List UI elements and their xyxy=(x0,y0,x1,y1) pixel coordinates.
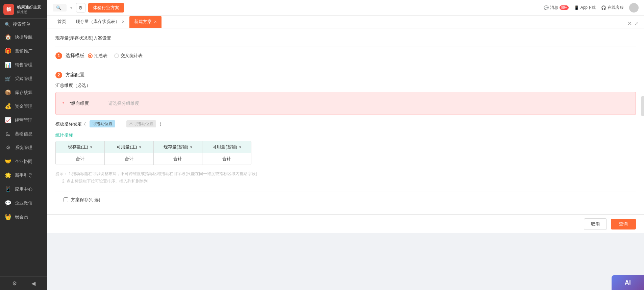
scrollbar-thumb[interactable] xyxy=(641,96,644,116)
step1-section: 1 选择模板 汇总表 交叉统计表 xyxy=(55,52,636,59)
sidebar: 畅 畅康通好生意 标准版 🔍 搜索菜单 🏠 快捷导航 🎁 营销推广 📊 销售管理… xyxy=(0,0,47,290)
sidebar-item-marketing[interactable]: 🎁 营销推广 xyxy=(0,44,47,58)
indicator-settings: 模板指标设定（ 可拖动位置 不可拖动位置 ） xyxy=(55,120,636,127)
query-button[interactable]: 查询 xyxy=(611,219,636,229)
app-center-icon: 📱 xyxy=(5,186,11,192)
tab-new-plan[interactable]: 新建方案 ✕ xyxy=(129,16,162,28)
gear-button[interactable]: ⚙ xyxy=(76,3,85,13)
logo-icon: 畅 xyxy=(3,4,14,15)
sidebar-item-purchase[interactable]: 🛒 采购管理 xyxy=(0,72,47,86)
step2-number: 2 xyxy=(55,72,62,78)
app-download-item[interactable]: 📱 App下载 xyxy=(574,5,596,10)
topbar-dropdown[interactable]: ▼ xyxy=(69,5,73,10)
app-download-icon: 📱 xyxy=(574,5,579,10)
panel-title: 现存量(库存状况表)方案设置 xyxy=(55,35,636,41)
finance-icon: 💰 xyxy=(5,103,11,110)
stats-col-2[interactable]: 可用量(主) ▾ xyxy=(105,141,154,153)
step2-title: 方案配置 xyxy=(66,72,84,78)
save-section: 方案保存(可选) xyxy=(55,192,636,208)
tab-inventory-status[interactable]: 现存量（库存状况表） ✕ xyxy=(71,16,129,28)
tabs-bar: 首页 现存量（库存状况表） ✕ 新建方案 ✕ ✕ ⤢ xyxy=(47,16,644,28)
sidebar-item-inventory[interactable]: 📦 库存核算 xyxy=(0,86,47,99)
cell-1-4: 合计 xyxy=(202,153,251,165)
tab-home[interactable]: 首页 xyxy=(53,16,71,28)
close-tab-new-plan[interactable]: ✕ xyxy=(154,20,157,24)
cooperation-icon: 🤝 xyxy=(5,158,11,165)
table-row: 合计 合计 合计 合计 xyxy=(56,153,251,165)
experience-button[interactable]: 体验行业方案 xyxy=(88,3,124,13)
messages-item[interactable]: 💬 消息 99+ xyxy=(544,5,569,10)
step2-header: 2 方案配置 xyxy=(55,72,636,78)
tip-title: 提示： 1.拖动标题栏可以调整布局，不可跨维度或指标区域拖动栏目字段(只能在同一… xyxy=(55,170,636,178)
stats-col-3[interactable]: 现存量(基辅) ▾ xyxy=(154,141,203,153)
chevron-down-icon-col3: ▾ xyxy=(190,145,192,149)
step2-section: 2 方案配置 汇总维度（必选） * *纵向维度 —— 请选择分组维度 模板指标设… xyxy=(55,72,636,185)
radio-cross-dot xyxy=(114,53,119,58)
main-area: 🔍 ▼ ⚙ 体验行业方案 💬 消息 99+ 📱 App下载 🎧 在线客服 xyxy=(47,0,644,290)
non-draggable-tag: 不可拖动位置 xyxy=(126,120,156,127)
sidebar-item-operations[interactable]: 📈 经营管理 xyxy=(0,113,47,127)
radio-summary-dot xyxy=(88,53,93,58)
settings-icon[interactable]: ⚙ xyxy=(12,280,17,287)
operations-icon: 📈 xyxy=(5,117,11,123)
ai-badge[interactable]: Ai xyxy=(612,275,644,290)
bottom-bar: 取消 查询 xyxy=(47,214,644,233)
dimension-box[interactable]: * *纵向维度 —— 请选择分组维度 xyxy=(55,92,636,115)
system-icon: ⚙ xyxy=(5,144,11,151)
sidebar-item-sales[interactable]: 📊 销售管理 xyxy=(0,58,47,72)
template-radio-group: 汇总表 交叉统计表 xyxy=(88,53,143,59)
member-icon: 👑 xyxy=(5,214,11,220)
stats-table-header: 现存量(主) ▾ 可用量(主) ▾ 现存量(基辅) ▾ xyxy=(56,141,251,153)
topbar-dropdown-text: ▼ xyxy=(69,5,73,10)
sidebar-item-basic-info[interactable]: 🗂 基础信息 xyxy=(0,127,47,141)
quick-nav-icon: 🏠 xyxy=(5,34,11,40)
cell-1-2: 合计 xyxy=(105,153,154,165)
sidebar-item-member[interactable]: 👑 畅会员 xyxy=(0,210,47,224)
logo-text: 畅康通好生意 标准版 xyxy=(17,5,41,15)
cell-1-1: 合计 xyxy=(56,153,105,165)
sidebar-item-finance[interactable]: 💰 资金管理 xyxy=(0,99,47,113)
radio-summary[interactable]: 汇总表 xyxy=(88,53,107,59)
sidebar-item-system[interactable]: ⚙ 系统管理 xyxy=(0,141,47,154)
dimension-dash: —— xyxy=(94,101,103,106)
draggable-tag: 可拖动位置 xyxy=(90,120,115,127)
sidebar-item-cooperation[interactable]: 🤝 企业协同 xyxy=(0,154,47,168)
step1-title: 选择模板 xyxy=(66,53,84,59)
sidebar-item-new-guide[interactable]: 🌟 新手引导 xyxy=(0,168,47,182)
topbar-right: 💬 消息 99+ 📱 App下载 🎧 在线客服 xyxy=(544,3,639,13)
sidebar-item-wechat[interactable]: 💬 企业微信 xyxy=(0,196,47,210)
radio-cross[interactable]: 交叉统计表 xyxy=(114,53,143,59)
dimension-placeholder: 请选择分组维度 xyxy=(108,100,139,106)
expand-panel-icon[interactable]: ⤢ xyxy=(635,21,639,26)
sidebar-item-quick-nav[interactable]: 🏠 快捷导航 xyxy=(0,30,47,44)
stats-col-4[interactable]: 可用量(基辅) ▾ xyxy=(202,141,251,153)
sales-icon: 📊 xyxy=(5,62,11,68)
topbar-left: 🔍 ▼ ⚙ 体验行业方案 xyxy=(53,3,540,13)
close-panel-icon[interactable]: ✕ xyxy=(627,20,632,27)
summary-dimension-label: 汇总维度（必选） xyxy=(55,82,636,89)
stats-section: 统计指标 现存量(主) ▾ 可用量(主) ▾ xyxy=(55,132,636,165)
sidebar-item-app-center[interactable]: 📱 应用中心 xyxy=(0,182,47,196)
purchase-icon: 🛒 xyxy=(5,75,11,82)
collapse-icon[interactable]: ◀ xyxy=(31,280,35,287)
headset-icon: 🎧 xyxy=(601,5,606,10)
content-area: 现存量(库存状况表)方案设置 1 选择模板 汇总表 交叉统计表 xyxy=(47,28,644,290)
stats-table: 现存量(主) ▾ 可用量(主) ▾ 现存量(基辅) ▾ xyxy=(55,141,251,165)
close-tab-inventory[interactable]: ✕ xyxy=(122,20,125,24)
search-icon: 🔍 xyxy=(5,22,10,27)
cancel-button[interactable]: 取消 xyxy=(584,218,607,230)
avatar[interactable] xyxy=(629,3,639,13)
tip-2: 2. 点击标题栏下拉可设置排序、插入列和删除列 xyxy=(55,178,636,185)
sidebar-item-search[interactable]: 🔍 搜索菜单 xyxy=(0,19,47,30)
save-checkbox[interactable] xyxy=(64,197,68,202)
inventory-icon: 📦 xyxy=(5,89,11,96)
vertical-dimension-label: *纵向维度 xyxy=(70,100,89,106)
required-star: * xyxy=(63,101,64,106)
messages-badge: 99+ xyxy=(560,5,569,10)
topbar-search-box[interactable]: 🔍 xyxy=(53,4,67,11)
step1-header: 1 选择模板 汇总表 交叉统计表 xyxy=(55,52,636,59)
stats-col-1[interactable]: 现存量(主) ▾ xyxy=(56,141,105,153)
online-service-item[interactable]: 🎧 在线客服 xyxy=(601,5,624,10)
marketing-icon: 🎁 xyxy=(5,48,11,54)
chevron-down-icon-col1: ▾ xyxy=(90,145,92,149)
